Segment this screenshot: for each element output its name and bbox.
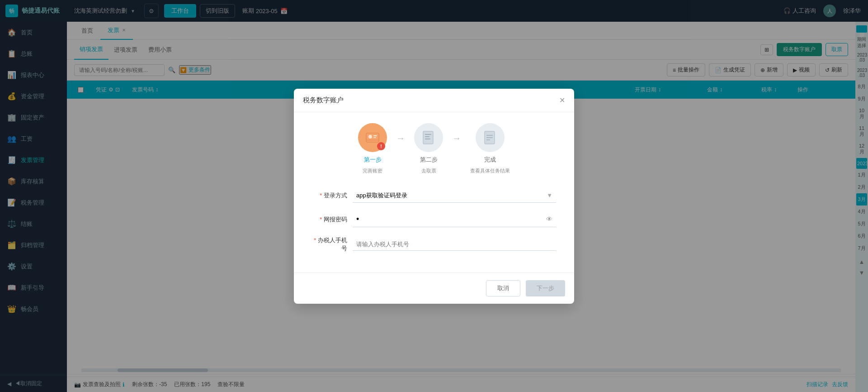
- modal-overlay: 税务数字账户 ✕ !: [0, 0, 868, 392]
- cancel-button[interactable]: 取消: [486, 280, 520, 296]
- modal-title: 税务数字账户: [303, 96, 344, 105]
- login-method-value: app获取验证码登录: [356, 191, 407, 200]
- step-3-sublabel: 查看具体任务结果: [470, 167, 510, 174]
- step-3-icon-wrap: [476, 123, 505, 152]
- step-3-label: 完成: [484, 156, 496, 164]
- password-label: * 网报密码: [312, 215, 353, 224]
- checklist-icon: [482, 129, 498, 146]
- required-star: *: [320, 192, 324, 199]
- modal-form: * 登录方式 app获取验证码登录 ▼ * 网报密码: [312, 189, 556, 253]
- modal-close-button[interactable]: ✕: [559, 96, 565, 105]
- steps-indicator: ! 第一步 完善账密 →: [312, 123, 556, 174]
- step-3: 完成 查看具体任务结果: [470, 123, 510, 174]
- svg-rect-8: [425, 139, 430, 139]
- svg-rect-4: [366, 139, 379, 141]
- login-method-row: * 登录方式 app获取验证码登录 ▼: [312, 189, 556, 203]
- phone-label: * 办税人手机号: [312, 236, 353, 253]
- svg-rect-3: [373, 137, 376, 138]
- phone-row: * 办税人手机号: [312, 236, 556, 253]
- step-2: 第二步 去取票: [414, 123, 443, 174]
- step-2-icon-wrap: [414, 123, 443, 152]
- step-1: ! 第一步 完善账密: [358, 123, 387, 174]
- login-method-label: * 登录方式: [312, 191, 353, 200]
- step-2-label: 第二步: [420, 156, 438, 164]
- phone-input[interactable]: [353, 238, 556, 251]
- password-toggle-icon[interactable]: 👁: [546, 215, 552, 223]
- password-input[interactable]: [356, 215, 546, 224]
- modal-dialog: 税务数字账户 ✕ !: [294, 89, 574, 304]
- step-1-label: 第一步: [364, 156, 382, 164]
- required-star-3: *: [314, 237, 318, 244]
- modal-header: 税务数字账户 ✕: [294, 89, 574, 112]
- svg-point-1: [368, 135, 372, 139]
- step-1-sublabel: 完善账密: [363, 167, 382, 174]
- modal-footer: 取消 下一步: [294, 272, 574, 304]
- password-field: 👁: [353, 212, 556, 227]
- svg-rect-6: [425, 134, 431, 135]
- required-star-2: *: [320, 216, 324, 223]
- step-1-error-badge: !: [377, 142, 385, 150]
- svg-rect-7: [425, 136, 429, 137]
- login-method-chevron-icon: ▼: [547, 192, 552, 199]
- login-method-select[interactable]: app获取验证码登录 ▼: [353, 189, 556, 203]
- invoice-icon: [420, 129, 437, 146]
- step-arrow-2: →: [443, 133, 470, 143]
- step-2-sublabel: 去取票: [421, 167, 436, 174]
- step-arrow-1: →: [387, 133, 414, 143]
- password-row: * 网报密码 👁: [312, 212, 556, 227]
- next-step-button[interactable]: 下一步: [526, 280, 565, 296]
- svg-rect-2: [373, 135, 377, 136]
- svg-rect-5: [423, 131, 433, 144]
- step-1-icon-wrap: !: [358, 123, 387, 152]
- modal-body: ! 第一步 完善账密 →: [294, 112, 574, 272]
